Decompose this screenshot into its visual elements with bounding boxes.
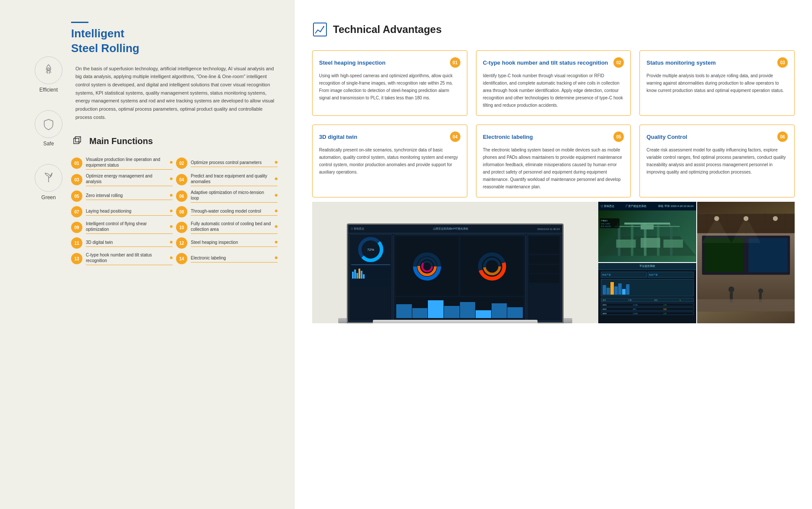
tech-card-header-01: Steel heaping inspection 01: [319, 57, 460, 68]
side-icons-column: Efficient Safe: [35, 22, 62, 274]
safe-label: Safe: [43, 141, 54, 147]
func-num-06: 06: [176, 190, 187, 202]
tech-card-num-05: 05: [613, 131, 624, 142]
main-title-line1: Intelligent: [71, 27, 124, 40]
tech-card-body-05: The electronic labeling system based on …: [483, 146, 624, 190]
function-item-08: 08 Through-water cooling model control: [176, 206, 277, 217]
tech-card-num-06: 06: [777, 131, 788, 142]
safe-icon-item: Safe: [35, 110, 62, 147]
func-text-wrap-03: Optimize energy management and analysis: [86, 173, 173, 186]
func-dot-03: [170, 177, 173, 180]
func-text-01: Visualize production line operation and …: [86, 157, 168, 168]
computer-screenshot: ⬡ 剪辑思达 山西宏达双高线KPI可视化系统 2022/1/19 11:30:2…: [312, 202, 598, 323]
svg-rect-47: [704, 238, 743, 273]
description-text: On the basis of superfusion technology, …: [71, 65, 277, 122]
func-text-11: 3D digital twin: [86, 240, 168, 245]
func-text-wrap-08: Through-water cooling model control: [191, 208, 277, 216]
tech-card-num-03: 03: [777, 57, 788, 68]
screenshot-digital-twin: ⬡ 剪辑思达 厂房产能监控系统 班组: 甲班 2023-4-18 10:16:2…: [598, 202, 696, 262]
func-dot-13: [170, 256, 173, 259]
function-item-10: 10 Fully automatic control of cooling be…: [176, 221, 277, 234]
svg-rect-6: [313, 23, 326, 36]
main-title-line2: Steel Rolling: [71, 42, 139, 55]
tech-card-03: Status monitoring system 03 Provide mult…: [639, 50, 795, 116]
func-dot-04: [275, 177, 277, 180]
func-text-08: Through-water cooling model control: [191, 208, 273, 214]
tech-card-num-02: 02: [613, 57, 624, 68]
func-dot-12: [275, 241, 277, 243]
func-num-02: 02: [176, 158, 187, 169]
func-text-wrap-01: Visualize production line operation and …: [86, 157, 173, 170]
left-content: Efficient Safe: [35, 22, 277, 274]
func-num-08: 08: [176, 206, 187, 217]
svg-point-0: [48, 68, 50, 70]
cube-icon: [72, 135, 84, 147]
tech-card-06: Quality Control 06 Create risk assessmen…: [639, 125, 795, 197]
func-text-05: Zero interval rolling: [86, 193, 168, 198]
function-item-04: 04 Predict and trace equipment and quali…: [176, 173, 277, 186]
func-num-01: 01: [71, 158, 82, 169]
svg-point-49: [728, 286, 734, 292]
green-icon-circle: [35, 164, 62, 192]
svg-rect-48: [748, 238, 787, 273]
functions-grid: 01 Visualize production line operation a…: [71, 157, 277, 265]
efficient-label: Efficient: [39, 87, 58, 93]
func-num-10: 10: [176, 222, 187, 233]
func-text-10: Fully automatic control of cooling bed a…: [191, 221, 273, 232]
func-text-wrap-14: Electronic labeling: [191, 255, 277, 263]
svg-rect-34: [641, 224, 654, 229]
tech-card-header-04: 3D digital twin 04: [319, 131, 460, 142]
green-icon-item: Green: [35, 164, 62, 200]
tech-cards-grid: Steel heaping inspection 01 Using with h…: [312, 50, 795, 197]
func-num-13: 13: [71, 253, 82, 264]
func-num-03: 03: [71, 174, 82, 185]
main-title: Intelligent Steel Rolling: [71, 26, 277, 56]
func-text-wrap-05: Zero interval rolling: [86, 193, 173, 200]
tech-card-04: 3D digital twin 04 Realistically present…: [312, 125, 467, 197]
title-section: Intelligent Steel Rolling: [71, 22, 277, 56]
function-item-07: 07 Laying head positioning: [71, 206, 173, 217]
func-dot-11: [170, 241, 173, 243]
tech-card-01: Steel heaping inspection 01 Using with h…: [312, 50, 467, 116]
tech-card-header-05: Electronic labeling 05: [483, 131, 624, 142]
func-dot-01: [170, 161, 173, 164]
efficient-icon-circle: [35, 56, 62, 84]
func-num-05: 05: [71, 190, 82, 202]
function-item-09: 09 Intelligent control of flying shear o…: [71, 221, 173, 234]
tech-card-header-06: Quality Control 06: [646, 131, 788, 142]
tech-card-title-04: 3D digital twin: [319, 134, 357, 140]
function-item-02: 02 Optimize process control parameters: [176, 157, 277, 170]
svg-point-54: [714, 216, 719, 221]
func-dot-06: [275, 194, 277, 197]
func-num-04: 04: [176, 174, 187, 185]
func-dot-05: [170, 194, 173, 197]
func-dot-08: [275, 210, 277, 212]
func-text-04: Predict and trace equipment and quality …: [191, 173, 273, 184]
safe-icon-circle: [35, 110, 62, 138]
function-item-12: 12 Steel heaping inspection: [176, 237, 277, 249]
tech-card-header-03: Status monitoring system 03: [646, 57, 788, 68]
func-dot-09: [170, 225, 173, 228]
func-text-wrap-07: Laying head positioning: [86, 208, 173, 216]
tech-card-title-03: Status monitoring system: [646, 59, 716, 66]
func-num-07: 07: [71, 206, 82, 217]
efficient-icon-item: Efficient: [35, 56, 62, 93]
svg-rect-27: [641, 238, 660, 248]
func-text-wrap-04: Predict and trace equipment and quality …: [191, 173, 277, 186]
func-text-03: Optimize energy management and analysis: [86, 173, 168, 184]
svg-point-56: [773, 216, 777, 221]
screenshots-section: ⬡ 剪辑思达 山西宏达双高线KPI可视化系统 2022/1/19 11:30:2…: [312, 202, 795, 323]
dashboard-title: 山西宏达双高线KPI可视化系统: [364, 227, 538, 231]
func-text-07: Laying head positioning: [86, 208, 168, 214]
shield-icon: [42, 118, 55, 130]
func-text-wrap-10: Fully automatic control of cooling bed a…: [191, 221, 277, 234]
right-panel: Technical Advantages Steel heaping inspe…: [295, 0, 812, 509]
svg-point-51: [758, 289, 763, 293]
function-item-03: 03 Optimize energy management and analys…: [71, 173, 173, 186]
function-item-14: 14 Electronic labeling: [176, 252, 277, 265]
func-text-14: Electronic labeling: [191, 255, 273, 261]
func-num-09: 09: [71, 222, 82, 233]
page-wrapper: Efficient Safe: [0, 0, 812, 509]
func-text-wrap-02: Optimize process control parameters: [191, 160, 277, 167]
rocket-icon: [42, 64, 55, 77]
